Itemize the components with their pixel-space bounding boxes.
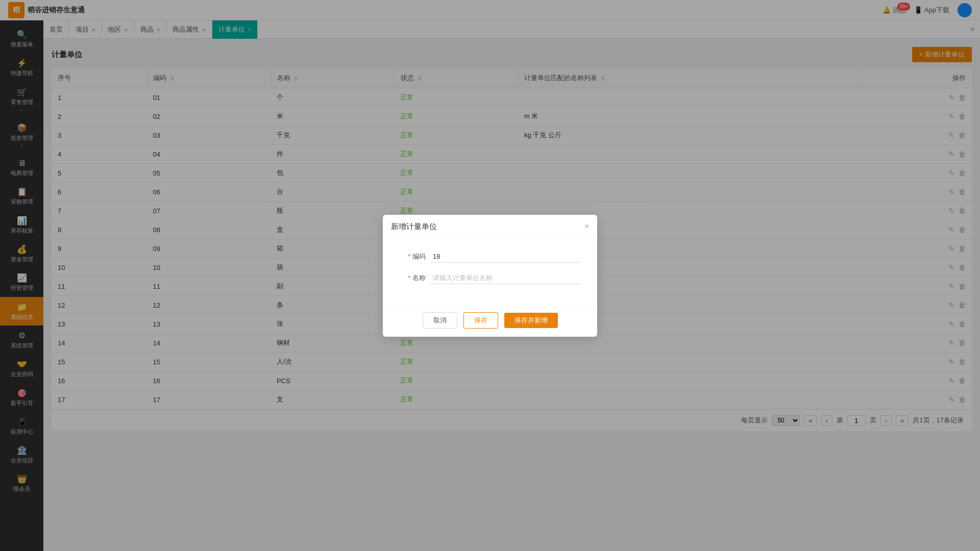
save-button[interactable]: 保存 xyxy=(463,312,498,329)
modal-overlay: 新增计量单位 × 编码 名称 取消 保存 保存并新增 xyxy=(0,0,980,551)
add-unit-modal: 新增计量单位 × 编码 名称 取消 保存 保存并新增 xyxy=(383,215,597,337)
save-and-new-button[interactable]: 保存并新增 xyxy=(504,313,558,328)
code-label: 编码 xyxy=(399,252,430,261)
modal-footer: 取消 保存 保存并新增 xyxy=(383,306,597,337)
name-label: 名称 xyxy=(399,273,430,283)
code-input[interactable] xyxy=(430,251,581,263)
form-row-name: 名称 xyxy=(399,272,581,284)
modal-header: 新增计量单位 × xyxy=(383,215,597,238)
modal-title: 新增计量单位 xyxy=(391,222,437,232)
cancel-button[interactable]: 取消 xyxy=(423,312,457,329)
name-input[interactable] xyxy=(430,272,581,284)
form-row-code: 编码 xyxy=(399,251,581,263)
modal-body: 编码 名称 xyxy=(383,238,597,306)
modal-close-button[interactable]: × xyxy=(584,222,589,231)
